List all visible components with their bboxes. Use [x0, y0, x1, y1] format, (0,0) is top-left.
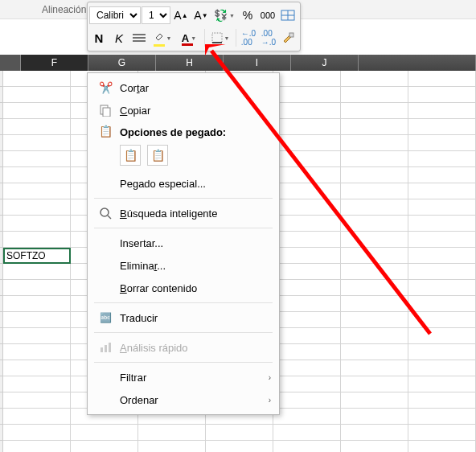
- cell[interactable]: [3, 264, 71, 280]
- cell[interactable]: [408, 199, 476, 216]
- cell[interactable]: SOFTZO: [3, 248, 71, 264]
- cell[interactable]: [3, 71, 71, 87]
- cell[interactable]: [3, 441, 71, 452]
- cell[interactable]: [273, 199, 341, 216]
- column-header[interactable]: F: [21, 55, 88, 71]
- cell[interactable]: [3, 135, 71, 151]
- cell[interactable]: [341, 425, 408, 441]
- percent-icon[interactable]: %: [238, 6, 257, 25]
- column-header[interactable]: [359, 55, 476, 71]
- menu-insert[interactable]: Insertar...: [88, 232, 279, 254]
- cell[interactable]: [3, 409, 71, 425]
- cell[interactable]: [273, 151, 341, 167]
- cell[interactable]: [341, 441, 408, 452]
- cell[interactable]: [273, 280, 341, 296]
- cell[interactable]: [408, 376, 476, 392]
- ribbon-tab-alignment[interactable]: Alineación: [35, 4, 92, 15]
- cell[interactable]: [3, 216, 71, 232]
- cell[interactable]: [273, 216, 341, 232]
- cell[interactable]: [341, 103, 408, 119]
- merge-center-icon[interactable]: [278, 6, 298, 25]
- cell[interactable]: [341, 199, 408, 216]
- decrease-font-icon[interactable]: A▼: [191, 6, 211, 25]
- cell[interactable]: [3, 296, 71, 312]
- menu-smart-lookup[interactable]: Búsqueda inteligente: [88, 202, 279, 224]
- cell[interactable]: [273, 71, 341, 87]
- cell[interactable]: [3, 328, 71, 344]
- cell[interactable]: [138, 441, 206, 452]
- cell[interactable]: [273, 425, 341, 441]
- cell[interactable]: [408, 360, 476, 376]
- cell[interactable]: [341, 328, 408, 344]
- comma-style-icon[interactable]: 000: [258, 6, 277, 25]
- cell[interactable]: [3, 360, 71, 376]
- cell[interactable]: [206, 441, 273, 452]
- menu-filter[interactable]: Filtrar›: [88, 366, 279, 388]
- cell[interactable]: [408, 216, 476, 232]
- bold-button[interactable]: N: [89, 28, 109, 47]
- cell[interactable]: [408, 119, 476, 135]
- cell[interactable]: [408, 167, 476, 183]
- cell[interactable]: [206, 425, 273, 441]
- cell[interactable]: [273, 103, 341, 119]
- cell[interactable]: [341, 312, 408, 328]
- menu-copy[interactable]: Copiar: [88, 99, 279, 121]
- cell[interactable]: [273, 344, 341, 360]
- fill-color-button[interactable]: ▼: [150, 28, 175, 47]
- cell[interactable]: [3, 344, 71, 360]
- cell[interactable]: [408, 441, 476, 452]
- cell[interactable]: [341, 344, 408, 360]
- decrease-decimal-icon[interactable]: .00→.0: [259, 28, 278, 47]
- increase-decimal-icon[interactable]: ←.0.00: [239, 28, 258, 47]
- menu-paste-special[interactable]: Pegado especial...: [88, 172, 279, 195]
- cell[interactable]: [273, 392, 341, 409]
- cell[interactable]: [341, 151, 408, 167]
- cell[interactable]: [3, 199, 71, 216]
- cell[interactable]: [273, 248, 341, 264]
- align-icon[interactable]: [129, 28, 149, 47]
- cell[interactable]: [341, 409, 408, 425]
- cell[interactable]: [3, 167, 71, 183]
- cell[interactable]: [273, 264, 341, 280]
- cell[interactable]: [71, 425, 138, 441]
- format-painter-icon[interactable]: [279, 28, 298, 47]
- cell[interactable]: [3, 376, 71, 392]
- cell[interactable]: [3, 392, 71, 409]
- column-header[interactable]: G: [88, 55, 156, 71]
- cell[interactable]: [273, 441, 341, 452]
- cell[interactable]: [408, 87, 476, 103]
- cell[interactable]: [3, 232, 71, 248]
- cell[interactable]: [273, 183, 341, 199]
- menu-cut[interactable]: ✂️ Cortar: [88, 76, 279, 99]
- cell[interactable]: [273, 409, 341, 425]
- cell[interactable]: [3, 119, 71, 135]
- cell[interactable]: [3, 151, 71, 167]
- cell[interactable]: [341, 248, 408, 264]
- cell[interactable]: [273, 312, 341, 328]
- cell[interactable]: [341, 360, 408, 376]
- cell[interactable]: [341, 296, 408, 312]
- cell[interactable]: [408, 296, 476, 312]
- cell[interactable]: [3, 312, 71, 328]
- cell[interactable]: [408, 328, 476, 344]
- cell[interactable]: [273, 296, 341, 312]
- cell[interactable]: [273, 167, 341, 183]
- cell[interactable]: [273, 360, 341, 376]
- cell[interactable]: [71, 441, 138, 452]
- cell[interactable]: [341, 392, 408, 409]
- cell[interactable]: [341, 376, 408, 392]
- borders-button[interactable]: ▼: [207, 28, 233, 47]
- menu-translate[interactable]: 🔤 Traducir: [88, 306, 279, 329]
- cell[interactable]: [408, 71, 476, 87]
- italic-button[interactable]: K: [109, 28, 129, 47]
- cell[interactable]: [273, 87, 341, 103]
- cell[interactable]: [408, 183, 476, 199]
- cell[interactable]: [341, 183, 408, 199]
- paste-option-default[interactable]: 📋: [120, 145, 141, 166]
- column-header[interactable]: J: [291, 55, 359, 71]
- cell[interactable]: [341, 264, 408, 280]
- cell[interactable]: [408, 248, 476, 264]
- cell[interactable]: [408, 312, 476, 328]
- cell[interactable]: [341, 135, 408, 151]
- cell[interactable]: [341, 87, 408, 103]
